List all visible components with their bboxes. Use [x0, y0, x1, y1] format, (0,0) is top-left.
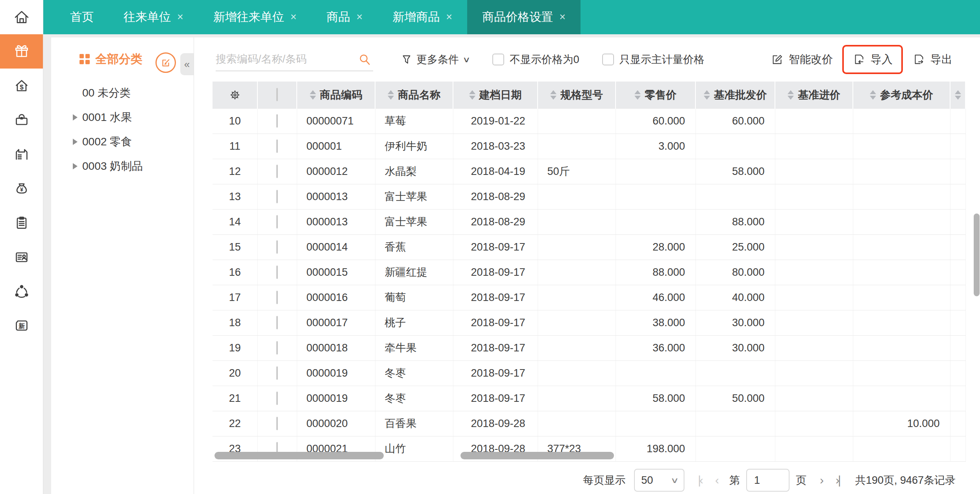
tab-5[interactable]: 新增商品× — [377, 0, 467, 34]
category-item[interactable]: 0003 奶制品 — [51, 154, 194, 178]
vertical-scrollbar[interactable] — [974, 214, 980, 296]
tab-close-icon[interactable]: × — [177, 12, 183, 22]
sidebar-item-home[interactable] — [0, 0, 43, 34]
column-header[interactable]: 商品名称 — [375, 82, 453, 108]
page-number-input[interactable] — [746, 469, 790, 492]
collapse-panel-button[interactable]: « — [180, 53, 194, 75]
sort-arrows-icon[interactable] — [955, 90, 961, 100]
first-page-button[interactable]: |‹ — [698, 474, 702, 487]
column-header[interactable]: 基准批发价 — [695, 82, 775, 108]
sidebar-item-finance[interactable]: ¥ — [0, 171, 43, 206]
checkbox-icon[interactable] — [276, 291, 278, 304]
expand-triangle-icon[interactable] — [73, 163, 78, 169]
sidebar-item-new[interactable]: 新 — [0, 308, 43, 343]
sidebar-item-contacts[interactable] — [0, 240, 43, 274]
row-checkbox[interactable] — [257, 411, 297, 436]
expand-triangle-icon[interactable] — [73, 114, 78, 121]
select-all-checkbox[interactable] — [257, 82, 297, 108]
category-item[interactable]: 0002 零食 — [51, 130, 194, 154]
sidebar-item-report[interactable] — [0, 206, 43, 240]
column-header[interactable]: 零售价 — [616, 82, 695, 108]
column-header[interactable]: 建档日期 — [453, 82, 538, 108]
tab-close-icon[interactable]: × — [290, 12, 297, 22]
sort-arrows-icon[interactable] — [704, 90, 710, 100]
row-checkbox[interactable] — [257, 159, 297, 184]
column-header-truncated[interactable] — [950, 82, 965, 108]
hide-zero-price-filter[interactable]: 不显示价格为0 — [492, 52, 579, 67]
hide-zero-price-checkbox[interactable] — [492, 54, 504, 65]
checkbox-icon[interactable] — [276, 190, 278, 203]
row-checkbox[interactable] — [257, 360, 297, 386]
sidebar-item-purchase[interactable] — [0, 103, 43, 137]
sort-arrows-icon[interactable] — [310, 90, 316, 100]
checkbox-icon[interactable] — [276, 417, 278, 430]
cell-spec — [538, 386, 616, 411]
tab-close-icon[interactable]: × — [446, 12, 452, 22]
checkbox-icon[interactable] — [276, 240, 278, 254]
search-input[interactable] — [216, 53, 349, 65]
category-item[interactable]: 00 未分类 — [51, 81, 194, 105]
horizontal-scrollbar-right[interactable] — [460, 452, 614, 459]
only-main-unit-checkbox[interactable] — [602, 54, 614, 65]
row-checkbox[interactable] — [257, 310, 297, 335]
row-checkbox[interactable] — [257, 335, 297, 360]
row-checkbox[interactable] — [257, 285, 297, 310]
column-settings-button[interactable] — [213, 82, 257, 108]
import-button[interactable]: 导入 — [852, 52, 893, 67]
row-checkbox[interactable] — [257, 209, 297, 234]
row-number: 18 — [213, 310, 257, 335]
sort-arrows-icon[interactable] — [788, 90, 794, 100]
sort-arrows-icon[interactable] — [550, 90, 557, 100]
only-main-unit-filter[interactable]: 只显示主计量价格 — [602, 52, 704, 67]
tab-1[interactable]: 首页 — [55, 0, 109, 34]
column-header[interactable]: 基准进价 — [775, 82, 853, 108]
tab-close-icon[interactable]: × — [559, 12, 566, 22]
page-size-select[interactable]: 50 ∨ — [634, 469, 684, 492]
product-table-wrap: 商品编码商品名称建档日期规格型号零售价基准批发价基准进价参考成本价 100000… — [213, 82, 965, 462]
row-number: 16 — [213, 260, 257, 285]
row-checkbox[interactable] — [257, 108, 297, 134]
more-filters-button[interactable]: 更多条件 ∨ — [401, 52, 470, 67]
expand-triangle-icon[interactable] — [73, 139, 78, 145]
checkbox-icon[interactable] — [276, 139, 278, 153]
sidebar-item-share[interactable] — [0, 274, 43, 308]
row-checkbox[interactable] — [257, 234, 297, 260]
row-checkbox[interactable] — [257, 386, 297, 411]
sidebar-item-goods[interactable] — [0, 34, 43, 69]
next-page-button[interactable]: › — [820, 474, 822, 487]
column-header[interactable]: 商品编码 — [297, 82, 375, 108]
category-item[interactable]: 0001 水果 — [51, 105, 194, 130]
column-header[interactable]: 规格型号 — [538, 82, 616, 108]
row-number: 21 — [213, 386, 257, 411]
prev-page-button[interactable]: ‹ — [715, 474, 717, 487]
edit-category-button[interactable] — [155, 52, 176, 73]
smart-reprice-button[interactable]: 智能改价 — [771, 52, 833, 67]
checkbox-icon[interactable] — [276, 316, 278, 329]
row-checkbox[interactable] — [257, 184, 297, 209]
export-button[interactable]: 导出 — [912, 52, 952, 67]
sidebar-item-sales[interactable]: $ — [0, 69, 43, 103]
sort-arrows-icon[interactable] — [870, 90, 876, 100]
sort-arrows-icon[interactable] — [634, 90, 641, 100]
search-icon[interactable] — [358, 53, 372, 67]
checkbox-icon[interactable] — [276, 341, 278, 355]
tab-close-icon[interactable]: × — [357, 12, 363, 22]
sort-arrows-icon[interactable] — [388, 90, 394, 100]
row-checkbox[interactable] — [257, 134, 297, 159]
checkbox-icon[interactable] — [276, 366, 278, 380]
checkbox-icon[interactable] — [276, 165, 278, 178]
checkbox-icon[interactable] — [276, 114, 278, 128]
tab-6[interactable]: 商品价格设置× — [467, 0, 581, 34]
column-header[interactable]: 参考成本价 — [853, 82, 950, 108]
last-page-button[interactable]: ›| — [836, 474, 839, 487]
checkbox-icon[interactable] — [276, 266, 278, 279]
checkbox-icon[interactable] — [276, 215, 278, 228]
sidebar-item-warehouse[interactable] — [0, 137, 43, 171]
horizontal-scrollbar-left[interactable] — [214, 452, 384, 459]
row-checkbox[interactable] — [257, 260, 297, 285]
tab-4[interactable]: 商品× — [312, 0, 378, 34]
sort-arrows-icon[interactable] — [469, 90, 475, 100]
checkbox-icon[interactable] — [276, 392, 278, 405]
tab-3[interactable]: 新增往来单位× — [198, 0, 312, 34]
tab-2[interactable]: 往来单位× — [109, 0, 198, 34]
